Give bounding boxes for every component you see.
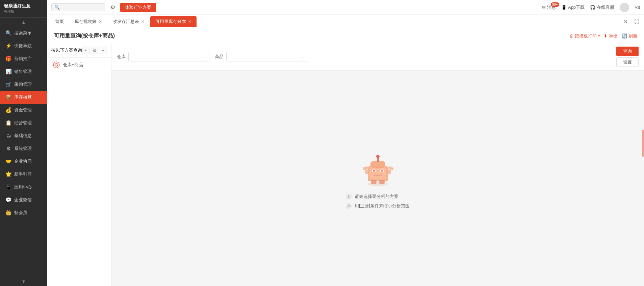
sidebar-item-vip[interactable]: 👑 畅会员	[0, 206, 47, 219]
service-btn[interactable]: 🎧 在线客服	[590, 4, 614, 10]
search-icon: 🔍	[5, 30, 11, 36]
sidebar-item-purchase[interactable]: 🛒 采购管理	[0, 78, 47, 91]
industry-btn[interactable]: 体验行业方案	[120, 3, 156, 12]
search-input[interactable]	[61, 5, 102, 10]
tab-close-2[interactable]: ✕	[141, 19, 145, 24]
filter-header-actions: ＋ ⚙ «	[82, 47, 107, 54]
filter-settings-btn[interactable]: ⚙	[91, 47, 98, 54]
app-download-btn[interactable]: 📱 App下载	[561, 4, 585, 10]
content-area: 按以下方案查询 ＋ ⚙ « 仓库+商品	[47, 43, 644, 286]
refresh-label: 刷新	[628, 33, 637, 39]
product-input[interactable]	[226, 52, 307, 61]
tab-收发存汇总表[interactable]: 收发存汇总表✕	[108, 16, 150, 27]
sidebar-item-operation[interactable]: 📋 经营管理	[0, 116, 47, 129]
warehouse-input[interactable]	[128, 52, 209, 61]
search-box[interactable]: 🔍	[51, 3, 105, 11]
tab-首页[interactable]: 首页	[50, 16, 69, 27]
warehouse-more-icon[interactable]: ···	[203, 54, 208, 59]
tab-label-1: 库存批次账	[75, 19, 97, 25]
warehouse-label: 仓库	[117, 54, 126, 60]
filter-collapse-btn[interactable]: «	[100, 47, 107, 54]
sidebar-label-marketing: 营销推广	[14, 56, 32, 62]
svg-rect-9	[365, 170, 368, 174]
wechat-icon: 💬	[5, 197, 11, 203]
sidebar-item-guide[interactable]: 🌟 新手引导	[0, 168, 47, 181]
search-icon: 🔍	[54, 5, 60, 10]
tip-num-2: 2	[346, 203, 352, 209]
svg-rect-10	[387, 170, 391, 174]
svg-point-1	[368, 182, 388, 186]
svg-point-13	[376, 155, 380, 158]
svg-rect-3	[369, 167, 386, 179]
sidebar-item-search[interactable]: 🔍 搜索菜单	[0, 27, 47, 40]
svg-point-0	[53, 62, 59, 68]
tab-label-0: 首页	[55, 19, 64, 25]
svg-rect-11	[370, 161, 385, 168]
warehouse-product-icon	[53, 61, 60, 69]
product-more-icon[interactable]: ···	[301, 54, 306, 59]
appcenter-icon: 📱	[5, 184, 11, 190]
sidebar-item-enterprise[interactable]: 🤝 企业协同	[0, 155, 47, 168]
empty-state: 1 请先选择要分析的方案 2 用[过滤]条件来缩小分析范围	[111, 71, 644, 286]
avatar	[620, 3, 629, 12]
print-btn[interactable]: 🖨 按模板打印 ▾	[569, 33, 600, 39]
svg-rect-16	[371, 180, 377, 184]
tab-可用量库存账本[interactable]: 可用量库存账本✕	[150, 16, 197, 27]
filter-item-warehouse-product[interactable]: 仓库+商品	[47, 58, 111, 72]
sidebar-label-vip: 畅会员	[14, 210, 27, 216]
refresh-btn[interactable]: 🔄 刷新	[622, 33, 637, 39]
query-btn-group: 查询 设置	[616, 47, 639, 67]
scroll-up-btn[interactable]: ▲	[0, 18, 47, 27]
empty-tip-2: 2 用[过滤]条件来缩小分析范围	[346, 203, 410, 209]
close-window-btn[interactable]: ✕	[621, 17, 630, 26]
add-filter-btn[interactable]: ＋	[82, 47, 89, 54]
query-bar: 仓库 ··· 商品 ··· 查询 设置	[111, 43, 644, 71]
sidebar-label-inventory: 库存核算	[14, 94, 32, 100]
sidebar-item-basic[interactable]: 🗂 基础信息	[0, 129, 47, 142]
svg-rect-8	[374, 175, 382, 176]
username[interactable]: Rit	[635, 5, 640, 10]
tip-num-1: 1	[346, 193, 352, 200]
empty-tip-1: 1 请先选择要分析的方案	[346, 193, 410, 200]
page-actions: 🖨 按模板打印 ▾ ⬇ 导出 🔄 刷新	[569, 33, 637, 39]
topbar: 🔍 ⚙ 体验行业方案 ✉ 消息 99+ 📱 App下载 🎧 在线客服 Rit	[47, 0, 644, 15]
settings-icon[interactable]: ⚙	[108, 3, 118, 12]
sales-icon: 📊	[5, 69, 11, 75]
tab-close-1[interactable]: ✕	[99, 19, 102, 24]
export-btn[interactable]: ⬇ 导出	[604, 33, 618, 39]
refresh-icon: 🔄	[622, 33, 627, 38]
sidebar-item-sales[interactable]: 📊 销售管理	[0, 65, 47, 78]
tab-库存批次账[interactable]: 库存批次账✕	[70, 16, 107, 27]
sidebar-label-system: 系统管理	[14, 146, 32, 152]
query-area: 仓库 ··· 商品 ··· 查询 设置	[111, 43, 644, 286]
sidebar-label-purchase: 采购管理	[14, 81, 32, 87]
topbar-right: ✉ 消息 99+ 📱 App下载 🎧 在线客服 Rit	[542, 3, 640, 12]
sidebar-label-finance: 资金管理	[14, 107, 32, 113]
filter-header-label: 按以下方案查询	[51, 47, 82, 53]
svg-rect-17	[379, 180, 385, 184]
tabs-window-controls: ✕ ⛶	[621, 17, 641, 26]
tab-close-3[interactable]: ✕	[188, 19, 191, 24]
sidebar-item-inventory[interactable]: 📦 库存核算	[0, 91, 47, 104]
sidebar-item-system[interactable]: ⚙ 系统管理	[0, 142, 47, 155]
headset-icon: 🎧	[590, 5, 595, 10]
service-label: 在线客服	[597, 4, 614, 10]
sidebar-item-appcenter[interactable]: 📱 应用中心	[0, 181, 47, 193]
sidebar-item-marketing[interactable]: 🎁 营销推广	[0, 52, 47, 65]
query-button[interactable]: 查询	[616, 47, 639, 56]
svg-rect-6	[373, 170, 375, 172]
scroll-down-btn[interactable]: ▼	[0, 277, 47, 286]
settings-button[interactable]: 设置	[616, 57, 639, 67]
message-badge: 99+	[551, 2, 559, 7]
print-icon: 🖨	[569, 33, 573, 38]
sidebar-item-wechat[interactable]: 💬 企业微信	[0, 193, 47, 206]
message-btn[interactable]: ✉ 消息 99+	[542, 4, 556, 10]
sidebar-label-sales: 销售管理	[14, 69, 32, 75]
sidebar-item-quicknav[interactable]: ⚡ 快捷导航	[0, 40, 47, 52]
sidebar-label-operation: 经营管理	[14, 120, 32, 126]
sidebar-item-finance[interactable]: 💰 资金管理	[0, 104, 47, 116]
filter-header: 按以下方案查询 ＋ ⚙ «	[47, 43, 111, 58]
main-area: 🔍 ⚙ 体验行业方案 ✉ 消息 99+ 📱 App下载 🎧 在线客服 Rit	[47, 0, 644, 286]
expand-window-btn[interactable]: ⛶	[632, 17, 641, 26]
tab-label-2: 收发存汇总表	[113, 19, 139, 25]
